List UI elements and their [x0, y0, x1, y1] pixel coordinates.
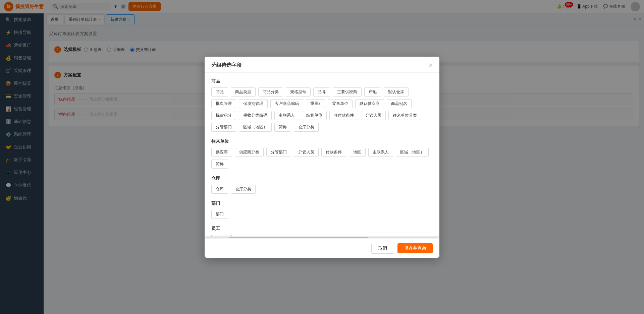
- section-counterparty: 往来单位 供应商 供应商分类 分管部门 分管人员 付款条件 地区 主联系人 区域…: [211, 138, 433, 169]
- field-spec-model[interactable]: 规格型号: [286, 87, 311, 97]
- modal-footer: 取消 保存并查询: [205, 239, 439, 258]
- field-short-name-product[interactable]: 简称: [274, 123, 291, 132]
- field-warehouse-category[interactable]: 仓库分类: [294, 123, 319, 132]
- field-main-supplier[interactable]: 主要供应商: [333, 87, 362, 97]
- section-dept: 部门 部门: [211, 200, 433, 219]
- field-region-product[interactable]: 区域（地区）: [239, 123, 272, 132]
- warehouse-fields: 仓库 仓库分类: [211, 185, 433, 194]
- field-default-supplier[interactable]: 默认供应商: [355, 99, 384, 108]
- modal-cancel-button[interactable]: 取消: [371, 243, 394, 254]
- modal-close-button[interactable]: ✕: [428, 62, 433, 68]
- field-weight[interactable]: 重量3: [306, 99, 325, 108]
- field-pick-points[interactable]: 拣货积分: [211, 111, 236, 120]
- modal-confirm-button[interactable]: 保存并查询: [397, 243, 433, 253]
- counterparty-fields: 供应商 供应商分类 分管部门 分管人员 付款条件 地区 主联系人 区域（地区） …: [211, 148, 433, 169]
- modal-body: 商品 商品 商品类型 商品分类 规格型号 品牌 主要供应商 产地 默认仓库 批次…: [205, 73, 439, 237]
- section-counterparty-title: 往来单位: [211, 138, 433, 144]
- field-person-cp[interactable]: 分管人员: [294, 148, 319, 157]
- field-select-modal: 分组待选字段 ✕ 商品 商品 商品类型 商品分类 规格型号 品牌 主要供应商 产…: [205, 57, 439, 258]
- field-settlement-unit[interactable]: 结算单位: [302, 111, 327, 120]
- field-retail-unit[interactable]: 零售单位: [328, 99, 353, 108]
- horizontal-scrollbar-thumb[interactable]: [229, 237, 368, 238]
- field-dept-cp[interactable]: 分管部门: [266, 148, 291, 157]
- field-product-type[interactable]: 商品类型: [231, 87, 256, 97]
- field-region-cp[interactable]: 区域（地区）: [396, 148, 429, 157]
- field-default-warehouse[interactable]: 默认仓库: [384, 87, 409, 97]
- field-short-name-cp[interactable]: 简称: [211, 160, 228, 169]
- field-brand[interactable]: 品牌: [313, 87, 330, 97]
- field-payment-cond[interactable]: 付款条件: [321, 148, 346, 157]
- field-main-contact-cp[interactable]: 主联系人: [368, 148, 393, 157]
- product-fields: 商品 商品类型 商品分类 规格型号 品牌 主要供应商 产地 默认仓库 批次管理 …: [211, 87, 433, 132]
- field-product[interactable]: 商品: [211, 87, 228, 97]
- field-warehouse[interactable]: 仓库: [211, 185, 228, 194]
- field-supplier[interactable]: 供应商: [211, 148, 232, 157]
- field-tax-code[interactable]: 税收分类编码: [239, 111, 272, 120]
- section-warehouse: 仓库 仓库 仓库分类: [211, 175, 433, 194]
- section-warehouse-title: 仓库: [211, 175, 433, 181]
- modal-overlay: 分组待选字段 ✕ 商品 商品 商品类型 商品分类 规格型号 品牌 主要供应商 产…: [0, 0, 644, 314]
- modal-scrollbar-area: [205, 236, 439, 238]
- field-warehouse-cat[interactable]: 仓库分类: [231, 185, 256, 194]
- field-product-category[interactable]: 商品分类: [258, 87, 283, 97]
- field-origin[interactable]: 产地: [364, 87, 381, 97]
- field-shelf-life[interactable]: 保质期管理: [239, 99, 268, 108]
- field-customer-code[interactable]: 客户商品编码: [270, 99, 303, 108]
- section-employee-title: 员工: [211, 226, 433, 232]
- section-dept-title: 部门: [211, 200, 433, 206]
- field-supervisor[interactable]: 分管人员: [361, 111, 386, 120]
- field-batch-mgmt[interactable]: 批次管理: [211, 99, 236, 108]
- field-supplier-category[interactable]: 供应商分类: [235, 148, 264, 157]
- modal-title: 分组待选字段: [211, 62, 241, 68]
- section-product: 商品 商品 商品类型 商品分类 规格型号 品牌 主要供应商 产地 默认仓库 批次…: [211, 78, 433, 132]
- section-employee: 员工 业务员: [211, 226, 433, 237]
- field-dept[interactable]: 部门: [211, 210, 228, 219]
- field-dept-managed[interactable]: 分管部门: [211, 123, 236, 132]
- dept-fields: 部门: [211, 210, 433, 219]
- field-related-category[interactable]: 往来单位分类: [388, 111, 421, 120]
- field-payment-terms[interactable]: 收付款条件: [329, 111, 358, 120]
- section-product-title: 商品: [211, 78, 433, 84]
- field-main-contact[interactable]: 主联系人: [274, 111, 299, 120]
- field-product-alias[interactable]: 商品别名: [387, 99, 412, 108]
- modal-header: 分组待选字段 ✕: [205, 57, 439, 73]
- field-area-cp[interactable]: 地区: [349, 148, 366, 157]
